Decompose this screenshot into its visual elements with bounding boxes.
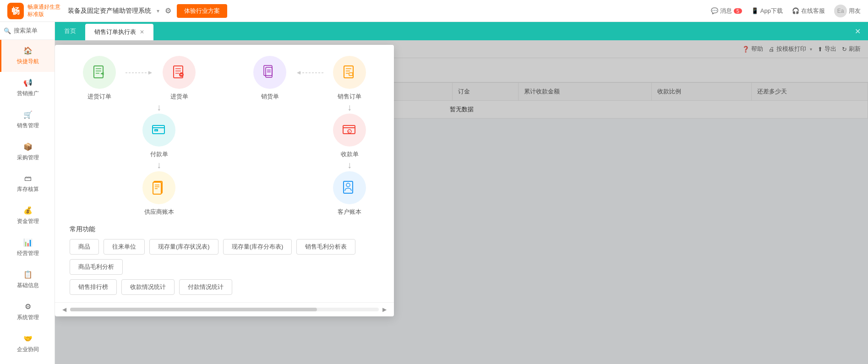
header-right: 💬 消息 5 📱 App下载 🎧 在线客服 Ea 用友	[711, 5, 861, 17]
cf-btn-sales-rank[interactable]: 销售排行榜	[70, 279, 117, 295]
arrow-down-3: ↓	[157, 160, 161, 169]
receipt-circle: ¥	[333, 114, 366, 147]
tab-home[interactable]: 首页	[55, 22, 85, 40]
operations-icon: 📊	[23, 238, 33, 247]
main-layout: 🔍 搜索菜单 🏠 快捷导航 📢 营销推广 🛒 销售管理 📦 采购管理 🗃 库存核…	[0, 22, 868, 364]
cf-btn-units[interactable]: 往来单位	[104, 239, 145, 255]
cf-btn-goods-profit[interactable]: 商品毛利分析	[70, 259, 123, 275]
sidebar-item-quick-nav[interactable]: 🏠 快捷导航	[0, 40, 55, 72]
common-functions: 常用功能 商品 往来单位 现存量(库存状况表) 现存量(库存分布表) 销售毛利分…	[70, 225, 379, 295]
flow-row-1: 进货订单	[70, 56, 379, 101]
cf-btn-receipt-stats[interactable]: 收款情况统计	[121, 279, 175, 295]
cf-btn-stock-dist[interactable]: 现存量(库存分布表)	[223, 239, 292, 255]
cf-title: 常用功能	[70, 225, 379, 234]
tab-close-icon[interactable]: ✕	[140, 29, 144, 35]
scroll-track[interactable]	[70, 308, 379, 311]
tab-bar: 首页 销售订单执行表 ✕ ✕	[55, 22, 868, 40]
quick-nav-popup: 进货订单	[55, 45, 394, 316]
cf-buttons: 商品 往来单位 现存量(库存状况表) 现存量(库存分布表) 销售毛利分析表 商品…	[70, 239, 379, 275]
svg-marker-18	[297, 71, 300, 75]
experience-btn[interactable]: 体验行业方案	[177, 4, 227, 18]
phone-icon: 📱	[751, 7, 759, 14]
flow-purchase-order[interactable]: 进货订单	[70, 56, 129, 101]
left-down-flow: ↓ ￥	[129, 101, 189, 158]
scroll-thumb	[70, 308, 317, 311]
page-content: ❓ 帮助 🖨 按模板打印 ▾ ⬆ 导出 ↻ 刷新	[55, 40, 868, 364]
sidebar-item-marketing[interactable]: 📢 营销推广	[0, 72, 55, 104]
top-header: 畅 畅康通好生意 标准版 装备及固定资产辅助管理系统 ▾ ⚙ 体验行业方案 💬 …	[0, 0, 868, 22]
app-download-action[interactable]: 📱 App下载	[751, 7, 783, 15]
popup-scrollbar: ◀ ▶	[55, 302, 394, 316]
search-icon: 🔍	[4, 27, 11, 34]
online-service-action[interactable]: 🎧 在线客服	[792, 7, 825, 15]
svg-rect-33	[153, 182, 161, 194]
flow-sales-order[interactable]: 销售订单	[320, 56, 379, 101]
scroll-right-icon[interactable]: ▶	[382, 306, 387, 313]
sidebar: 🔍 搜索菜单 🏠 快捷导航 📢 营销推广 🛒 销售管理 📦 采购管理 🗃 库存核…	[0, 22, 55, 364]
overlay: 进货订单	[55, 40, 868, 364]
flow-payment[interactable]: ￥ 付款单	[129, 114, 189, 158]
message-icon: 💬	[711, 7, 718, 14]
flow-receipt[interactable]: ¥ 收款单	[320, 114, 379, 158]
dropdown-arrow-icon[interactable]: ▾	[157, 8, 159, 14]
supplier-ledger-circle	[142, 171, 175, 204]
cf-btn-stock-status[interactable]: 现存量(库存状况表)	[149, 239, 218, 255]
sidebar-item-operations[interactable]: 📊 经营管理	[0, 232, 55, 264]
svg-text:¥: ¥	[348, 130, 350, 133]
system-title: 装备及固定资产辅助管理系统	[68, 7, 151, 15]
payment-circle: ￥	[142, 114, 175, 147]
cf-btn-goods[interactable]: 商品	[70, 239, 99, 255]
inventory-icon: 🗃	[24, 174, 32, 183]
marketing-icon: 📢	[23, 78, 33, 87]
content-area: 首页 销售订单执行表 ✕ ✕ ❓ 帮助 🖨 按模板打印 ▾	[55, 22, 868, 364]
logo-text: 畅康通好生意 标准版	[27, 4, 60, 18]
arrow-down-4: ↓	[347, 160, 352, 169]
logo-area: 畅 畅康通好生意 标准版	[7, 3, 62, 19]
sales-icon: 🛒	[23, 110, 33, 119]
purchase-icon: 📦	[23, 142, 33, 151]
message-badge: 5	[734, 8, 742, 14]
flow-row-2: ↓ ￥	[70, 101, 379, 158]
svg-text:￥: ￥	[155, 129, 157, 132]
sidebar-item-purchase[interactable]: 📦 采购管理	[0, 136, 55, 168]
arrow-down-1: ↓	[157, 103, 161, 112]
flow-sales-receipt[interactable]: 销货单	[240, 56, 300, 101]
cf-buttons-row2: 销售排行榜 收款情况统计 付款情况统计	[70, 279, 379, 295]
arrow-h-1	[126, 68, 153, 77]
user-profile[interactable]: Ea 用友	[834, 5, 861, 17]
flow-purchase-receipt[interactable]: 进货单	[149, 56, 209, 101]
right-down-flow: ↓ ¥	[320, 101, 379, 158]
left-ledger-flow: ↓	[129, 158, 189, 216]
cf-btn-payment-stats[interactable]: 付款情况统计	[179, 279, 232, 295]
svg-rect-23	[349, 73, 353, 76]
tab-sales-order-exec[interactable]: 销售订单执行表 ✕	[85, 24, 153, 40]
arrow-h-2	[296, 68, 323, 77]
customer-ledger-circle	[333, 171, 366, 204]
svg-point-38	[346, 183, 350, 187]
message-action[interactable]: 💬 消息 5	[711, 7, 742, 15]
enterprise-icon: 🤝	[23, 334, 33, 343]
sales-order-circle	[333, 56, 366, 89]
left-flow: 进货订单	[70, 56, 209, 101]
home-icon: 🏠	[23, 46, 33, 55]
header-left: 畅 畅康通好生意 标准版 装备及固定资产辅助管理系统 ▾ ⚙ 体验行业方案	[7, 3, 227, 19]
sidebar-item-inventory[interactable]: 🗃 库存核算	[0, 168, 55, 200]
flow-row-3: ↓	[70, 158, 379, 216]
flow-customer-ledger[interactable]: 客户账本	[320, 171, 379, 216]
scroll-left-icon[interactable]: ◀	[62, 306, 66, 313]
tab-bar-close-icon[interactable]: ✕	[855, 27, 861, 36]
sidebar-item-sales[interactable]: 🛒 销售管理	[0, 104, 55, 136]
flow-supplier-ledger[interactable]: 供应商账本	[129, 171, 189, 216]
sidebar-item-basic[interactable]: 📋 基础信息	[0, 264, 55, 296]
avatar: Ea	[834, 5, 847, 17]
purchase-order-circle	[83, 56, 116, 89]
sidebar-item-system[interactable]: ⚙ 系统管理	[0, 296, 55, 328]
sidebar-search[interactable]: 🔍 搜索菜单	[0, 22, 55, 40]
svg-rect-19	[344, 66, 353, 78]
arrow-down-2: ↓	[347, 103, 352, 112]
cf-btn-sales-profit[interactable]: 销售毛利分析表	[296, 239, 355, 255]
settings-icon[interactable]: ⚙	[165, 6, 171, 15]
sidebar-item-enterprise[interactable]: 🤝 企业协同	[0, 328, 55, 360]
sidebar-item-finance[interactable]: 💰 资金管理	[0, 200, 55, 232]
sidebar-item-newbie[interactable]: 🎓 新手引导	[0, 360, 55, 364]
